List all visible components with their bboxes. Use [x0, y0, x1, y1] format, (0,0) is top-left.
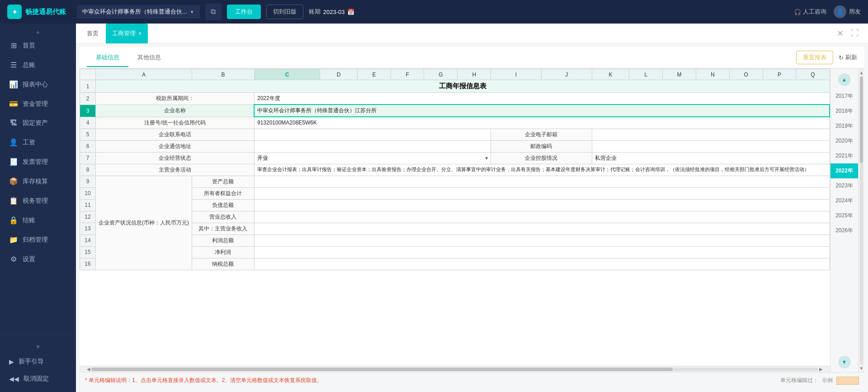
sidebar-item-assets[interactable]: 🏗 固定资产: [0, 114, 76, 133]
sidebar-item-archive[interactable]: 📁 归档管理: [0, 230, 76, 249]
tab-active-industrial[interactable]: 工商管理 ×: [106, 24, 148, 43]
cell-netprofit-label: 净利润: [192, 246, 254, 258]
year-item-2026[interactable]: 2026年: [830, 223, 858, 238]
sidebar-item-close[interactable]: 🔒 结账: [0, 210, 76, 230]
tab-other-info[interactable]: 其他信息: [128, 49, 170, 67]
year-item-2022[interactable]: 2022年: [830, 163, 858, 178]
year-item-2024[interactable]: 2024年: [830, 193, 858, 208]
cell-mainbiz-value[interactable]: 审查企业会计报表；出具审计报告；验证企业资本；出具验资报告；办理企业合开、分立、…: [254, 164, 830, 176]
v-scrollbar[interactable]: ▲ ▼: [858, 69, 864, 372]
row-num-1: 1: [80, 80, 96, 93]
cell-period-value[interactable]: 2022年度: [254, 93, 830, 105]
user-area[interactable]: 👤 用友: [834, 5, 861, 18]
col-header-g: G: [424, 69, 458, 80]
sidebar-item-inventory[interactable]: 📦 库存核算: [0, 172, 76, 191]
year-item-2020[interactable]: 2020年: [830, 134, 858, 148]
year-item-2017[interactable]: 2017年: [830, 89, 858, 104]
year-item-2019[interactable]: 2019年: [830, 119, 858, 134]
cell-bizstatus-value[interactable]: 开业 ▼: [254, 152, 491, 164]
row-num-15: 15: [80, 246, 96, 258]
cell-mainrev-value[interactable]: [254, 223, 830, 234]
main-layout: ▲ ⊞ 首页 ☰ 总账 📊 报表中心 💳 资金管理 🏗 固定资产: [0, 24, 868, 392]
reset-report-button[interactable]: 重置报表: [796, 51, 833, 64]
close-icon: 🔒: [9, 216, 18, 225]
cell-email-value[interactable]: [592, 129, 830, 140]
workbench-button[interactable]: 工作台: [227, 5, 261, 19]
h-scroll-left-icon[interactable]: ◀: [86, 367, 91, 372]
cell-assets-value[interactable]: [254, 176, 830, 187]
tab-close-icon[interactable]: ✕: [835, 27, 845, 40]
report-table: A B C D E F G H I J: [80, 69, 830, 270]
cell-holding-value[interactable]: 私营企业: [592, 152, 830, 164]
spreadsheet-scroll-area[interactable]: A B C D E F G H I J: [80, 69, 830, 366]
year-item-2021[interactable]: 2021年: [830, 148, 858, 163]
cell-netprofit-value[interactable]: [254, 246, 830, 258]
v-scroll-up-icon[interactable]: ▲: [859, 69, 864, 76]
sidebar-scroll-down[interactable]: ▼: [34, 342, 42, 351]
col-header-l: L: [629, 69, 663, 80]
sidebar-item-home[interactable]: ⊞ 首页: [0, 36, 76, 55]
old-version-button[interactable]: 切到旧版: [266, 5, 303, 19]
col-header-m: M: [663, 69, 696, 80]
table-row: 12 营业总收入: [80, 211, 830, 223]
company-selector[interactable]: 中审众环会计师事务所（特殊普通合伙... ▼: [77, 5, 200, 19]
cell-phone-value[interactable]: [254, 129, 491, 140]
col-header-d: D: [320, 69, 358, 80]
assets-icon: 🏗: [9, 119, 18, 127]
sidebar-item-ledger[interactable]: ☰ 总账: [0, 55, 76, 75]
year-item-2023[interactable]: 2023年: [830, 178, 858, 193]
row-num-2: 2: [80, 93, 96, 105]
header-right: 🎧 人工咨询 👤 用友: [794, 5, 861, 18]
sub-tabs: 基础信息 其他信息: [87, 49, 170, 66]
sidebar-bottom: ▼ ▶ 新手引导 ◀◀ 取消固定: [0, 335, 76, 392]
tab-active-label: 工商管理: [112, 29, 136, 38]
sidebar-item-settings[interactable]: ⚙ 设置: [0, 249, 76, 269]
headset-icon: 🎧: [794, 9, 801, 15]
cell-equity-value[interactable]: [254, 187, 830, 199]
cell-addr-value[interactable]: [254, 140, 491, 152]
copy-button[interactable]: ⧉: [205, 4, 222, 20]
row-num-16: 16: [80, 258, 96, 270]
h-scrollbar-track[interactable]: [91, 368, 818, 371]
table-row: 8 主营业务活动 审查企业会计报表；出具审计报告；验证企业资本；出具验资报告；办…: [80, 164, 830, 176]
sidebar-item-tax[interactable]: 📋 税务管理: [0, 191, 76, 210]
h-scrollbar[interactable]: ◀ ▶: [80, 366, 830, 372]
cell-revenue-value[interactable]: [254, 211, 830, 223]
year-nav-down[interactable]: ▼: [838, 356, 851, 368]
consult-button[interactable]: 🎧 人工咨询: [794, 8, 826, 16]
calendar-icon[interactable]: 📅: [347, 9, 354, 15]
sidebar-label-tax: 税务管理: [23, 197, 48, 205]
sidebar-item-salary[interactable]: 👤 工资: [0, 133, 76, 152]
cell-title[interactable]: 工商年报信息表: [95, 80, 830, 93]
cell-tax-value[interactable]: [254, 258, 830, 270]
tab-expand-icon[interactable]: ⛶: [849, 27, 861, 40]
cell-profit-value[interactable]: [254, 234, 830, 246]
sidebar-item-invoice[interactable]: 🧾 发票管理: [0, 152, 76, 172]
page-content: 基础信息 其他信息 重置报表 ↻ 刷新: [80, 47, 864, 388]
sidebar-item-unpin[interactable]: ◀◀ 取消固定: [0, 370, 76, 387]
sidebar-item-finance[interactable]: 💳 资金管理: [0, 94, 76, 114]
cell-liab-value[interactable]: [254, 199, 830, 211]
year-nav-up[interactable]: ▲: [838, 73, 851, 86]
year-list: 2017年 2018年 2019年 2020年 2021年 2022年 2023…: [830, 89, 858, 354]
company-name: 中审众环会计师事务所（特殊普通合伙...: [82, 8, 187, 16]
tab-close-button[interactable]: ×: [138, 30, 142, 37]
sidebar-scroll-up[interactable]: ▲: [34, 28, 42, 36]
v-scrollbar-track[interactable]: [860, 76, 863, 364]
sidebar-label-unpin: 取消固定: [24, 375, 49, 383]
year-item-2025[interactable]: 2025年: [830, 208, 858, 223]
sidebar: ▲ ⊞ 首页 ☰ 总账 📊 报表中心 💳 资金管理 🏗 固定资产: [0, 24, 76, 392]
tab-basic-info[interactable]: 基础信息: [87, 49, 128, 67]
sidebar-label-reports: 报表中心: [23, 81, 48, 89]
tab-home[interactable]: 首页: [83, 29, 102, 38]
cell-postal-value[interactable]: [592, 140, 830, 152]
refresh-button[interactable]: ↻ 刷新: [839, 53, 857, 62]
v-scroll-down-icon[interactable]: ▼: [859, 364, 864, 372]
year-item-2018[interactable]: 2018年: [830, 104, 858, 119]
col-header-num: [80, 69, 96, 80]
h-scroll-right-icon[interactable]: ▶: [818, 367, 824, 372]
cell-regcode-value[interactable]: 91320100MA208E5W6K: [254, 117, 830, 129]
sidebar-item-guide[interactable]: ▶ 新手引导: [0, 353, 76, 370]
sidebar-item-reports[interactable]: 📊 报表中心: [0, 75, 76, 94]
cell-company-value[interactable]: 中审众环会计师事务所（特殊普通合伙）江苏分所: [254, 105, 830, 117]
